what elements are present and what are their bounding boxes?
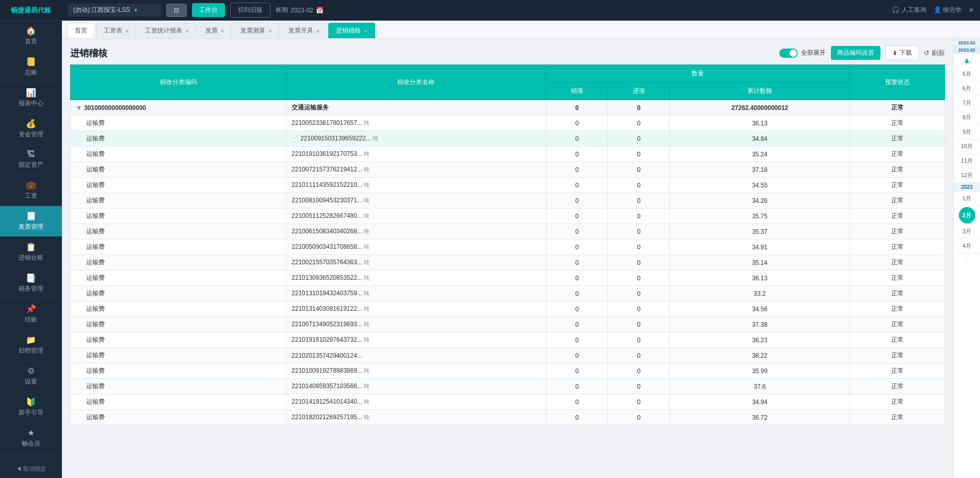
month-dec[interactable]: 12月 [954,168,980,183]
tab-invoice-calc[interactable]: 发票测算 × [233,23,279,38]
cell-status: 正常 [850,255,945,270]
cell-invoice: 2210182021269257195... 吨 [286,410,547,425]
cell-invoice: 2210050903431708658... 吨 [286,240,547,255]
tab-invoice-calc-close[interactable]: × [268,28,271,34]
month-feb[interactable]: 2月 [959,207,975,224]
th-status: 预警状态 [850,65,945,100]
month-jan[interactable]: 1月 [954,192,980,206]
month-nov[interactable]: 11月 [954,154,980,168]
download-btn[interactable]: ⬇ 下载 [886,45,919,60]
sidebar-label-purchase-ledger: 进销台账 [19,253,43,262]
cell-name: 运输费 [71,162,286,178]
cell-name: 运输费 [71,224,286,240]
close-btn[interactable]: ✕ [969,7,974,14]
page-actions: 全部展开 商品编码设置 ⬇ 下载 ↺ 刷新 [779,45,945,60]
support-label[interactable]: 🎧 人工客询 [892,6,926,14]
tab-invoice-close[interactable]: × [221,28,224,34]
month-sep[interactable]: 9月 [954,125,980,139]
sidebar-item-invoices[interactable]: 🧾 发票管理 [0,206,62,237]
sidebar-label-invoices: 发票管理 [19,222,43,231]
month-jul[interactable]: 7月 [954,96,980,110]
sidebar-item-archive[interactable]: 📁 归档管理 [0,330,62,361]
tab-payroll-stats-close[interactable]: × [185,28,188,34]
workspace-btn[interactable]: 工作台 [192,3,225,17]
refresh-btn[interactable]: ↺ 刷新 [924,49,945,58]
tab-invoice-issue-close[interactable]: × [316,28,319,34]
cell-sales: 0 [546,240,608,255]
tab-payroll-stats[interactable]: 工资统计报表 × [137,23,196,38]
sidebar-item-guide[interactable]: 🔰 新手引导 [0,392,62,423]
cell-purchase: 0 [608,410,670,425]
tab-reconcile[interactable]: 进销稽核 × [328,23,375,38]
cell-sales: 0 [546,209,608,224]
sidebar-item-closing[interactable]: 📌 结账 [0,299,62,330]
sidebar-item-assets[interactable]: 🏗 固定资产 [0,145,62,175]
cell-name: 运输费 [71,255,286,270]
tab-payroll-table[interactable]: 工资表 × [96,23,136,38]
cell-invoice: 2210100919278983869... 吨 [286,363,547,379]
cell-sales: 0 [546,410,608,425]
tab-reconcile-close[interactable]: × [364,28,367,34]
cell-name: 运输费 [71,286,286,301]
cell-name: 运输费 [71,209,286,224]
cell-name: 运输费 [71,301,286,317]
cell-sales: 0 [546,317,608,332]
table-wrapper[interactable]: 税收分类编码 税收分类名称 数量 预警状态 销项 进项 累计数额 [62,65,953,478]
tab-payroll-close[interactable]: × [125,28,128,34]
tab-payroll-stats-label: 工资统计报表 [145,26,182,35]
month-jun[interactable]: 6月 [954,82,980,96]
sidebar-label-ledger: 总账 [25,68,37,77]
sidebar-label-closing: 结账 [25,315,37,324]
sidebar-item-reports[interactable]: 📊 报表中心 [0,83,62,114]
user-info[interactable]: 👤 徐浥华 [934,6,961,14]
cell-invoice: 2210021557035764363... 吨 [286,255,547,270]
cell-invoice: 2210140859357103566... 吨 [286,379,547,394]
sidebar-item-vip[interactable]: ★ 畅会员 [0,423,62,454]
cell-status: 正常 [850,209,945,224]
payroll-icon: 💼 [26,180,36,190]
month-aug[interactable]: 8月 [954,110,980,125]
month-may[interactable]: 5月 [954,67,980,82]
expand-toggle[interactable] [779,49,798,58]
sidebar-item-settings[interactable]: ⚙ 设置 [0,361,62,392]
switch-btn[interactable]: 切到旧版 [230,3,270,18]
cell-invoice: 2210131403081619122... 吨 [286,301,547,317]
home-icon: 🏠 [26,26,36,36]
cell-purchase: 0 [608,394,670,410]
cell-name: 运输费 [71,410,286,425]
copy-btn[interactable]: ⊡ [166,4,187,17]
cell-purchase: 0 [608,224,670,240]
cell-cumulative: 36.22 [670,348,850,363]
sidebar-item-ledger[interactable]: 📒 总账 [0,52,62,83]
company-dropdown-arrow: ▼ [133,7,138,13]
month-apr[interactable]: 4月 [954,239,980,253]
month-mar[interactable]: 3月 [954,225,980,239]
sidebar-item-finance[interactable]: 💰 资金管理 [0,114,62,145]
cell-purchase: 0 [608,162,670,178]
month-oct[interactable]: 10月 [954,139,980,154]
cell-invoice: 2210191610297643732... 吨 [286,332,547,348]
sidebar-item-tax[interactable]: 📑 税务管理 [0,268,62,299]
tab-reconcile-label: 进销稽核 [336,26,361,35]
cell-status: 正常 [850,116,945,131]
sidebar-item-payroll[interactable]: 💼 工资 [0,175,62,206]
sidebar-item-purchase-ledger[interactable]: 📋 进销台账 [0,237,62,268]
cell-cumulative: 35.24 [670,147,850,162]
company-selector[interactable]: (勿动) 江西报宝-LSS ▼ [68,4,161,17]
sidebar-item-home[interactable]: 🏠 首页 [0,21,62,52]
tab-invoice[interactable]: 发票 × [198,23,232,38]
sidebar-unpin[interactable]: ◀ 取消固定 [0,459,62,478]
download-icon: ⬇ [892,50,897,57]
right-panel: 2023.02 2023.02 ▲ 5月 6月 7月 8月 9月 10月 11月… [953,39,980,478]
cell-sales: 0 [546,379,608,394]
settings-btn[interactable]: 商品编码设置 [831,46,880,60]
cell-cumulative: 36.72 [670,410,850,425]
cell-invoice: 2210051125282667480... 吨 [286,209,547,224]
scroll-up-btn[interactable]: ▲ [961,54,973,67]
cell-purchase: 0 [608,100,670,116]
calendar-icon[interactable]: 📅 [316,7,324,14]
cell-invoice: 2210072157376219412... 吨 [286,162,547,178]
tab-invoice-issue[interactable]: 发票开具 × [281,23,327,38]
tab-home[interactable]: 首页 [67,23,95,38]
cell-status: 正常 [850,178,945,193]
